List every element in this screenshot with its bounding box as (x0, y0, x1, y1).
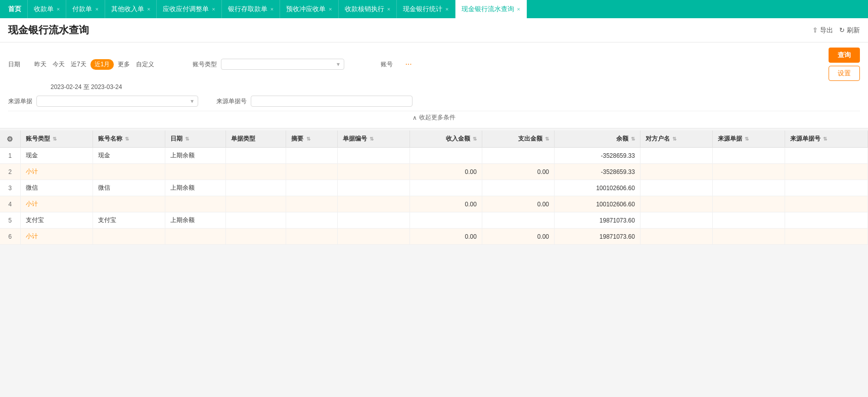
sort-account-type-icon[interactable]: ⇅ (53, 136, 57, 142)
refresh-button[interactable]: ↻ 刷新 (839, 26, 860, 35)
nav-receipt-exec[interactable]: 收款核销执行 × (339, 0, 397, 18)
th-source-doc: 来源单据 ⇅ (712, 130, 785, 148)
row-doc-no (337, 148, 409, 164)
row-source-doc (712, 164, 785, 180)
source-doc-no-input[interactable] (251, 96, 413, 107)
row-expense: 0.00 (482, 164, 554, 180)
source-doc-label: 来源单据 (8, 97, 32, 106)
sort-source-doc-icon[interactable]: ⇅ (745, 136, 749, 142)
row-counterparty (640, 229, 712, 245)
nav-ar-ap-adjust[interactable]: 应收应付调整单 × (157, 0, 221, 18)
sort-source-doc-no-icon[interactable]: ⇅ (823, 136, 827, 142)
page-header: 现金银行流水查询 ⇧ 导出 ↻ 刷新 (0, 18, 868, 42)
row-source-doc-no (785, 164, 868, 180)
row-num: 4 (0, 196, 20, 212)
sort-date-icon[interactable]: ⇅ (185, 136, 189, 142)
settings-button[interactable]: 设置 (829, 66, 860, 81)
row-expense (482, 148, 554, 164)
account-type-section: 账号类型 ▾ (193, 59, 344, 70)
row-account-name: 微信 (93, 180, 165, 196)
th-source-doc-no: 来源单据号 ⇅ (785, 130, 868, 148)
nav-bank-deposit[interactable]: 银行存取款单 × (222, 0, 280, 18)
sort-expense-icon[interactable]: ⇅ (545, 136, 549, 142)
row-source-doc (712, 148, 785, 164)
account-type-select[interactable]: ▾ (221, 59, 344, 70)
close-receipts-icon[interactable]: × (57, 6, 60, 12)
row-date: 上期余额 (165, 148, 225, 164)
row-source-doc (712, 212, 785, 229)
chevron-down-icon-2: ▾ (191, 98, 194, 105)
row-date (165, 229, 225, 245)
row-balance: 100102606.60 (555, 180, 641, 196)
date-opt-today[interactable]: 今天 (51, 59, 67, 70)
date-opt-custom[interactable]: 自定义 (134, 59, 156, 70)
date-opt-yesterday[interactable]: 昨天 (32, 59, 49, 70)
table-row: 5支付宝支付宝上期余额19871073.60 (0, 212, 868, 229)
row-balance: -3528659.33 (555, 148, 641, 164)
source-doc-select[interactable]: ▾ (36, 96, 198, 107)
close-stats-icon[interactable]: × (445, 6, 448, 12)
close-prepay-icon[interactable]: × (329, 6, 332, 12)
query-button[interactable]: 查询 (829, 48, 860, 63)
th-income: 收入金额 ⇅ (409, 130, 482, 148)
nav-cash-bank-flow[interactable]: 现金银行流水查询 × (455, 0, 527, 18)
close-payments-icon[interactable]: × (95, 6, 98, 12)
table-row: 4小计0.000.00100102606.60 (0, 196, 868, 212)
export-button[interactable]: ⇧ 导出 (812, 26, 833, 35)
close-ar-ap-icon[interactable]: × (212, 6, 215, 12)
row-source-doc-no (785, 229, 868, 245)
nav-home[interactable]: 首页 (2, 0, 28, 18)
close-flow-icon[interactable]: × (517, 6, 520, 12)
close-receipt-exec-icon[interactable]: × (387, 6, 390, 12)
filter-area: 日期 昨天 今天 近7天 近1月 更多 自定义 账号类型 ▾ 账号 ··· (0, 42, 868, 128)
close-other-income-icon[interactable]: × (147, 6, 150, 12)
account-section: 账号 ··· (381, 60, 532, 69)
source-doc-no-label: 来源单据号 (216, 97, 247, 106)
sort-account-name-icon[interactable]: ⇅ (125, 136, 129, 142)
row-counterparty (640, 148, 712, 164)
row-date: 上期余额 (165, 180, 225, 196)
row-balance: 19871073.60 (555, 212, 641, 229)
row-doc-type (225, 164, 286, 180)
nav-receipts[interactable]: 收款单 × (28, 0, 66, 18)
row-counterparty (640, 164, 712, 180)
row-doc-no (337, 180, 409, 196)
sort-counterparty-icon[interactable]: ⇅ (672, 136, 676, 142)
table-row: 3微信微信上期余额100102606.60 (0, 180, 868, 196)
top-navigation: 首页 收款单 × 付款单 × 其他收入单 × 应收应付调整单 × 银行存取款单 … (0, 0, 868, 18)
close-bank-deposit-icon[interactable]: × (270, 6, 273, 12)
th-expense: 支出金额 ⇅ (482, 130, 554, 148)
row-source-doc (712, 180, 785, 196)
th-date: 日期 ⇅ (165, 130, 225, 148)
row-doc-no (337, 164, 409, 180)
table-row: 6小计0.000.0019871073.60 (0, 229, 868, 245)
row-num: 5 (0, 212, 20, 229)
account-label: 账号 (381, 60, 401, 69)
row-balance: 100102606.60 (555, 196, 641, 212)
th-settings: ⚙ (0, 130, 20, 148)
row-account-type: 小计 (20, 196, 93, 212)
collapse-bar[interactable]: ∧ 收起更多条件 (8, 111, 860, 124)
sort-balance-icon[interactable]: ⇅ (631, 136, 635, 142)
date-opt-7days[interactable]: 近7天 (69, 59, 88, 70)
settings-column-icon[interactable]: ⚙ (7, 135, 13, 143)
row-source-doc (712, 196, 785, 212)
sort-doc-no-icon[interactable]: ⇅ (370, 136, 374, 142)
nav-cash-bank-stats[interactable]: 现金银行统计 × (397, 0, 455, 18)
nav-payments[interactable]: 付款单 × (66, 0, 105, 18)
th-counterparty: 对方户名 ⇅ (640, 130, 712, 148)
table-container: ⚙ 账号类型 ⇅ 账号名称 ⇅ 日期 ⇅ 单据类型 摘要 ⇅ (0, 130, 868, 245)
account-dots-button[interactable]: ··· (405, 60, 412, 69)
sort-summary-icon[interactable]: ⇅ (306, 136, 310, 142)
date-filter-section: 日期 昨天 今天 近7天 近1月 更多 自定义 (8, 59, 156, 70)
sort-income-icon[interactable]: ⇅ (473, 136, 477, 142)
row-account-type: 小计 (20, 229, 93, 245)
row-doc-type (225, 229, 286, 245)
nav-other-income[interactable]: 其他收入单 × (105, 0, 157, 18)
row-expense (482, 212, 554, 229)
date-opt-more[interactable]: 更多 (116, 59, 132, 70)
account-type-label: 账号类型 (193, 60, 217, 69)
date-opt-1month[interactable]: 近1月 (90, 59, 114, 70)
row-date: 上期余额 (165, 212, 225, 229)
nav-prepay[interactable]: 预收冲应收单 × (280, 0, 338, 18)
